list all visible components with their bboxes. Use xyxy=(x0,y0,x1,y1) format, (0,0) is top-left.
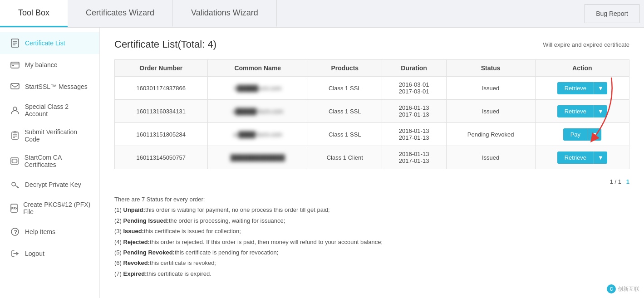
sidebar: Certificate List My balance xyxy=(0,28,100,298)
content-header: Certificate List(Total: 4) Will expire a… xyxy=(114,39,629,50)
cell-duration: 2016-01-132017-01-13 xyxy=(382,100,446,123)
main-layout: Certificate List My balance xyxy=(0,28,644,298)
pkcs12-icon: PFX xyxy=(9,203,20,214)
sidebar-item-special-class2[interactable]: + Special Class 2 Account xyxy=(0,98,99,123)
cell-action: Retrieve▼ xyxy=(535,100,629,123)
ca-certs-icon xyxy=(9,156,21,166)
sidebar-item-label: Special Class 2 Account xyxy=(25,103,92,117)
sidebar-item-certificate-list[interactable]: Certificate List xyxy=(0,32,99,54)
col-duration: Duration xyxy=(382,60,446,77)
cell-action: Retrieve▼ xyxy=(535,146,629,169)
sidebar-item-label: Submit Verification Code xyxy=(25,128,92,143)
status-note-item: (4) Rejected:this order is rejected. If … xyxy=(114,237,629,247)
app-container: Tool Box Certificates Wizard Validations… xyxy=(0,0,644,298)
svg-text:PFX: PFX xyxy=(11,207,18,210)
cell-status: Issued xyxy=(446,77,535,100)
cell-status: Issued xyxy=(446,100,535,123)
action-btn-group: Pay▼ xyxy=(563,128,601,141)
cell-common-name: █████████████ xyxy=(207,146,308,169)
sidebar-item-my-balance[interactable]: My balance xyxy=(0,54,99,76)
expire-note: Will expire and expired certificate xyxy=(543,41,629,48)
cell-common-name: b█████scm.com xyxy=(207,77,308,100)
messages-icon xyxy=(9,81,21,92)
tab-validations-wizard[interactable]: Validations Wizard xyxy=(173,0,277,27)
content-area: Certificate List(Total: 4) Will expire a… xyxy=(100,28,644,298)
certificate-list-icon xyxy=(9,38,21,49)
watermark-text: 创新互联 xyxy=(618,285,639,293)
sidebar-item-create-pkcs12[interactable]: PFX Create PKCS#12 (PFX) File xyxy=(0,195,99,221)
pagination: 1 / 1 1 xyxy=(114,178,629,185)
col-common-name: Common Name xyxy=(207,60,308,77)
special-class-icon: + xyxy=(9,105,21,116)
retrieve-dropdown-button[interactable]: ▼ xyxy=(594,82,607,94)
tab-toolbox[interactable]: Tool Box xyxy=(0,0,68,27)
sidebar-item-label: Logout xyxy=(25,250,44,257)
watermark: C 创新互联 xyxy=(607,284,639,293)
status-note-item: (6) Revoked:this certificate is revoked; xyxy=(114,258,629,268)
col-action: Action xyxy=(535,60,629,77)
sidebar-item-help-items[interactable]: ? Help Items xyxy=(0,221,99,243)
svg-text:?: ? xyxy=(14,229,17,235)
svg-text:+: + xyxy=(17,107,19,111)
cell-status: Issued xyxy=(446,146,535,169)
action-btn-group: Retrieve▼ xyxy=(557,151,607,164)
bug-report-button[interactable]: Bug Report xyxy=(585,4,639,23)
pagination-text: 1 / 1 xyxy=(610,178,621,185)
table-row: 160301174937866b█████scm.comClass 1 SSL2… xyxy=(115,77,629,100)
svg-point-8 xyxy=(13,107,17,111)
tab-bar: Tool Box Certificates Wizard Validations… xyxy=(0,0,644,28)
sidebar-item-label: StartCom CA Certificates xyxy=(25,154,92,168)
sidebar-item-label: StartSSL™ Messages xyxy=(25,83,88,90)
tab-certs-wizard[interactable]: Certificates Wizard xyxy=(68,0,173,27)
logout-icon xyxy=(9,248,21,259)
retrieve-dropdown-button[interactable]: ▼ xyxy=(594,151,607,164)
retrieve-dropdown-button[interactable]: ▼ xyxy=(594,105,607,117)
cell-order-number: 160113151805284 xyxy=(115,123,208,146)
status-note-item: (3) Issued:this certificate is issued fo… xyxy=(114,226,629,236)
certificate-table: Order Number Common Name Products Durati… xyxy=(114,59,629,169)
col-status: Status xyxy=(446,60,535,77)
sidebar-item-label: Help Items xyxy=(25,228,55,235)
cell-duration: 2016-01-132017-01-13 xyxy=(382,123,446,146)
table-row: 160113151805284ar████0scm.comClass 1 SSL… xyxy=(115,123,629,146)
status-note-item: (7) Expired:this certificate is expired. xyxy=(114,269,629,279)
cell-products: Class 1 SSL xyxy=(308,123,382,146)
sidebar-item-startssl-messages[interactable]: StartSSL™ Messages xyxy=(0,76,99,98)
status-note-item: (2) Pending Issued:the order is processi… xyxy=(114,215,629,226)
watermark-icon: C xyxy=(607,284,616,293)
sidebar-item-decrypt-private-key[interactable]: Decrypt Private Key xyxy=(0,174,99,195)
status-notes: There are 7 Status for every order: (1) … xyxy=(114,194,629,279)
col-order-number: Order Number xyxy=(115,60,208,77)
sidebar-item-submit-verification[interactable]: Submit Verification Code xyxy=(0,123,99,148)
svg-rect-4 xyxy=(11,62,19,68)
page-title: Certificate List(Total: 4) xyxy=(114,39,216,50)
cell-status: Pending Revoked xyxy=(446,123,535,146)
retrieve-button[interactable]: Retrieve xyxy=(557,82,594,94)
cell-duration: 2016-01-132017-01-13 xyxy=(382,146,446,169)
sidebar-item-label: Decrypt Private Key xyxy=(25,181,81,188)
cell-duration: 2016-03-012017-03-01 xyxy=(382,77,446,100)
status-intro: There are 7 Status for every order: xyxy=(114,194,629,205)
action-btn-group: Retrieve▼ xyxy=(557,105,607,117)
pagination-current[interactable]: 1 xyxy=(626,178,629,185)
svg-point-19 xyxy=(12,182,15,186)
sidebar-item-startcom-ca[interactable]: StartCom CA Certificates xyxy=(0,148,99,174)
status-note-item: (1) Unpaid:this order is waiting for pay… xyxy=(114,205,629,215)
cell-action: Retrieve▼ xyxy=(535,77,629,100)
svg-rect-6 xyxy=(12,65,14,66)
svg-rect-7 xyxy=(11,83,19,89)
retrieve-button[interactable]: Retrieve xyxy=(557,105,594,117)
cell-common-name: a█████0scm.com xyxy=(207,100,308,123)
cell-products: Class 1 Client xyxy=(308,146,382,169)
cell-action: Pay▼ xyxy=(535,123,629,146)
cell-order-number: 160113145050757 xyxy=(115,146,208,169)
table-container: Order Number Common Name Products Durati… xyxy=(114,59,629,169)
retrieve-button[interactable]: Retrieve xyxy=(557,151,594,164)
cell-products: Class 1 SSL xyxy=(308,77,382,100)
cell-products: Class 1 SSL xyxy=(308,100,382,123)
table-row: 160113145050757█████████████Class 1 Clie… xyxy=(115,146,629,169)
sidebar-item-label: Certificate List xyxy=(25,39,65,47)
sidebar-item-logout[interactable]: Logout xyxy=(0,243,99,264)
pay-dropdown-button[interactable]: ▼ xyxy=(588,128,601,141)
pay-button[interactable]: Pay xyxy=(563,128,588,141)
